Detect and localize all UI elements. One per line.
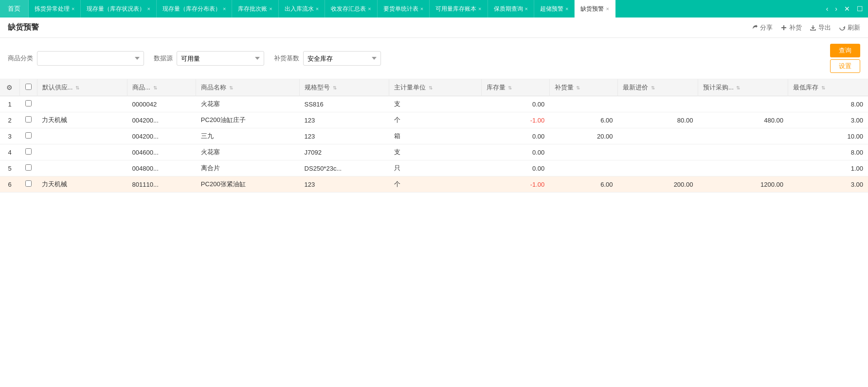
row-spec-0: SS816 xyxy=(300,96,389,112)
row-min-stock-3: 8.00 xyxy=(788,144,868,160)
table-row: 1 0000042 火花塞 SS816 支 0.00 8.00 xyxy=(0,96,868,112)
nav-tab-label-10: 超储预警 xyxy=(540,5,563,13)
th-stock[interactable]: 库存量 ⇅ xyxy=(481,79,549,96)
category-filter-group: 商品分类 xyxy=(8,51,144,66)
nav-tab-label-11: 缺货预警 xyxy=(580,5,604,13)
row-code-2: 004200... xyxy=(127,128,196,144)
row-spec-2: 123 xyxy=(300,128,389,144)
nav-tab-10[interactable]: 超储预警 × xyxy=(534,0,575,18)
row-check-3[interactable] xyxy=(19,144,37,160)
nav-tab-label-6: 收发存汇总表 xyxy=(331,5,366,13)
row-checkbox-5[interactable] xyxy=(25,180,32,187)
row-replenish-0 xyxy=(549,96,617,112)
th-unit[interactable]: 主计量单位 ⇅ xyxy=(389,79,482,96)
row-name-2: 三九 xyxy=(196,128,300,144)
row-est-purchase-0 xyxy=(698,96,788,112)
nav-tab-close-9[interactable]: × xyxy=(525,6,528,12)
table-row: 5 004800... 离合片 DS250*23c... 只 0.00 1.00 xyxy=(0,160,868,176)
th-code[interactable]: 商品... ⇅ xyxy=(127,79,196,96)
datasource-select-visible[interactable]: 可用量 xyxy=(177,51,264,66)
replenish-base-select-visible[interactable]: 安全库存 xyxy=(303,51,381,66)
row-name-5: PC200张紧油缸 xyxy=(196,176,300,193)
th-supplier-sort-icon: ⇅ xyxy=(75,85,79,90)
th-check xyxy=(19,79,37,96)
datasource-filter-group: 数据源 可用量 xyxy=(154,51,264,66)
row-check-4[interactable] xyxy=(19,160,37,176)
nav-tab-close-5[interactable]: × xyxy=(316,6,319,12)
category-label: 商品分类 xyxy=(8,54,33,63)
row-check-0[interactable] xyxy=(19,96,37,112)
row-latest-price-4 xyxy=(618,160,698,176)
nav-tab-7[interactable]: 要货单统计表 × xyxy=(378,0,430,18)
replenish-label: 补货 xyxy=(789,23,802,32)
nav-next-button[interactable]: › xyxy=(832,3,840,15)
nav-tab-home[interactable]: 首页 xyxy=(0,0,29,18)
th-name[interactable]: 商品名称 ⇅ xyxy=(196,79,300,96)
row-check-1[interactable] xyxy=(19,112,37,128)
row-checkbox-0[interactable] xyxy=(25,100,32,106)
nav-max-button[interactable]: ☐ xyxy=(854,3,866,15)
nav-tab-close-3[interactable]: × xyxy=(223,6,226,12)
row-supplier-1: 力天机械 xyxy=(37,112,127,128)
th-est-purchase[interactable]: 预计采购... ⇅ xyxy=(698,79,788,96)
th-replenish[interactable]: 补货量 ⇅ xyxy=(549,79,617,96)
row-checkbox-3[interactable] xyxy=(25,148,32,155)
refresh-button[interactable]: 刷新 xyxy=(839,23,860,32)
th-spec[interactable]: 规格型号 ⇅ xyxy=(300,79,389,96)
nav-tab-9[interactable]: 保质期查询 × xyxy=(488,0,534,18)
row-supplier-4 xyxy=(37,160,127,176)
filter-actions: 查询 设置 xyxy=(830,44,860,73)
row-num-2: 3 xyxy=(0,128,19,144)
nav-tab-label-9: 保质期查询 xyxy=(494,5,523,13)
row-code-1: 004200... xyxy=(127,112,196,128)
row-num-4: 5 xyxy=(0,160,19,176)
row-replenish-1: 6.00 xyxy=(549,112,617,128)
nav-tab-close-11[interactable]: × xyxy=(606,6,609,12)
row-checkbox-1[interactable] xyxy=(25,116,32,123)
nav-prev-button[interactable]: ‹ xyxy=(823,3,832,15)
gear-settings-icon[interactable]: ⚙ xyxy=(6,84,13,91)
row-num-3: 4 xyxy=(0,144,19,160)
nav-tab-label-8: 可用量库存账本 xyxy=(435,5,476,13)
row-check-2[interactable] xyxy=(19,128,37,144)
nav-tab-close-2[interactable]: × xyxy=(147,6,150,12)
row-checkbox-2[interactable] xyxy=(25,132,32,139)
nav-tab-4[interactable]: 库存批次账 × xyxy=(232,0,278,18)
category-select[interactable] xyxy=(37,51,144,66)
th-code-label: 商品... xyxy=(132,84,150,91)
th-spec-sort-icon: ⇅ xyxy=(333,85,337,90)
nav-tab-close-6[interactable]: × xyxy=(368,6,371,12)
query-button[interactable]: 查询 xyxy=(830,44,860,57)
nav-tab-close-10[interactable]: × xyxy=(565,6,568,12)
row-check-5[interactable] xyxy=(19,176,37,193)
settings-button[interactable]: 设置 xyxy=(830,59,860,73)
share-button[interactable]: 分享 xyxy=(751,23,773,32)
th-supplier[interactable]: 默认供应... ⇅ xyxy=(37,79,127,96)
nav-tab-close-7[interactable]: × xyxy=(420,6,423,12)
nav-tab-close-1[interactable]: × xyxy=(72,6,74,12)
nav-tab-1[interactable]: 拣货异常处理 × xyxy=(29,0,81,18)
nav-close-button[interactable]: ✕ xyxy=(841,3,853,15)
nav-tab-2[interactable]: 现存量（库存状况表） × xyxy=(81,0,156,18)
export-button[interactable]: 导出 xyxy=(810,23,831,32)
nav-tab-11[interactable]: 缺货预警 × xyxy=(575,0,615,18)
table-header-row: ⚙ 默认供应... ⇅ 商品... ⇅ 商品名称 ⇅ xyxy=(0,79,868,96)
replenish-button[interactable]: 补货 xyxy=(780,23,802,32)
row-replenish-5: 6.00 xyxy=(549,176,617,193)
nav-tab-close-8[interactable]: × xyxy=(478,6,481,12)
nav-tab-3[interactable]: 现存量（库存分布表） × xyxy=(157,0,232,18)
nav-tab-8[interactable]: 可用量库存账本 × xyxy=(430,0,488,18)
th-latest-price[interactable]: 最新进价 ⇅ xyxy=(618,79,698,96)
nav-tab-label-7: 要货单统计表 xyxy=(383,5,418,13)
row-supplier-3 xyxy=(37,144,127,160)
replenish-base-label: 补货基数 xyxy=(274,54,299,63)
select-all-checkbox[interactable] xyxy=(25,84,32,90)
th-min-stock[interactable]: 最低库存 ⇅ xyxy=(788,79,868,96)
nav-tab-label-4: 库存批次账 xyxy=(238,5,267,13)
row-checkbox-4[interactable] xyxy=(25,164,32,171)
nav-tab-close-4[interactable]: × xyxy=(269,6,272,12)
nav-tab-5[interactable]: 出入库流水 × xyxy=(279,0,325,18)
nav-tab-6[interactable]: 收发存汇总表 × xyxy=(325,0,377,18)
row-supplier-0 xyxy=(37,96,127,112)
row-unit-1: 个 xyxy=(389,112,482,128)
